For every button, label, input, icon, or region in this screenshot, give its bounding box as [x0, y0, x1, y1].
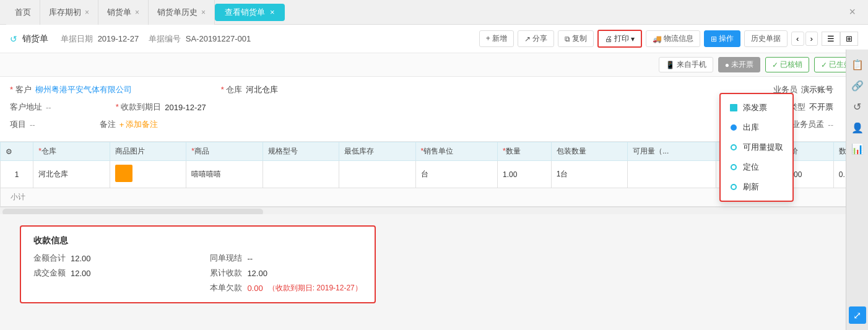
action-bar: 📱 来自手机 ● 未开票 ✓ 已核销 ✓ 已生效	[0, 53, 868, 77]
payment-title: 收款信息	[33, 235, 362, 246]
list-view-button[interactable]: ☰	[822, 32, 840, 46]
close-tab-inventory[interactable]: ×	[85, 8, 89, 17]
close-tab-view[interactable]: ×	[270, 7, 275, 17]
phone-icon: 📱	[666, 61, 675, 69]
refresh-icon	[729, 183, 738, 191]
grid-view-button[interactable]: ⊞	[840, 32, 858, 46]
tab-history[interactable]: 销货单历史 ×	[149, 0, 215, 25]
col-warehouse: *仓库	[33, 142, 110, 161]
note-field: 备注 + 添加备注	[100, 119, 158, 130]
history-button[interactable]: 历史单据	[744, 30, 788, 47]
operate-button[interactable]: ⊞ 操作	[704, 30, 740, 47]
due-date-value: 2019-12-27	[165, 103, 206, 112]
close-tab-sales[interactable]: ×	[135, 8, 139, 17]
sidebar-chart-icon[interactable]: 📊	[849, 140, 866, 157]
from-phone-button[interactable]: 📱 来自手机	[659, 57, 713, 72]
horizontal-scrollbar[interactable]	[0, 207, 868, 214]
tab-view-sales[interactable]: 查看销货单 ×	[215, 4, 285, 21]
settings-icon[interactable]: ⚙	[6, 147, 12, 156]
row-pack-qty: 1台	[551, 161, 627, 188]
doc-title-area: ↺ 销货单	[10, 33, 48, 45]
available-icon	[729, 143, 738, 152]
customer-field: 客户 柳州粤港平安气体有限公司	[10, 84, 132, 95]
checked-button[interactable]: ✓ 已核销	[765, 57, 809, 72]
address-value: --	[46, 103, 51, 112]
share-button[interactable]: ↗ 分享	[518, 30, 554, 47]
scrollbar-track[interactable]	[2, 209, 263, 214]
sidebar-doc-icon[interactable]: 📋	[849, 56, 866, 73]
col-product: *商品	[186, 142, 263, 161]
dropdown-item-refresh[interactable]: 刷新	[721, 177, 792, 197]
col-qty: *数量	[497, 142, 551, 161]
dropdown-item-available[interactable]: 可用量提取	[721, 137, 792, 157]
tab-home[interactable]: 首页	[6, 0, 40, 25]
deal-amount-row: 成交金额 12.00	[33, 267, 185, 279]
total-amount-row: 金额合计 12.00	[33, 253, 185, 264]
dropdown-item-outbound[interactable]: 出库	[721, 118, 792, 137]
next-button[interactable]: ›	[805, 32, 818, 46]
doc-meta: 单据日期 2019-12-27 单据编号 SA-20191227-001	[61, 33, 251, 45]
view-buttons: ☰ ⊞	[822, 32, 858, 46]
staff2-value: --	[828, 120, 833, 129]
payment-section: 收款信息 金额合计 12.00 同单现结 -- 成交金额 12.00	[0, 214, 868, 315]
window-close-button[interactable]: ×	[843, 6, 862, 19]
customer-label: 客户	[10, 84, 32, 95]
due-date-field: 收款到期日 2019-12-27	[116, 102, 206, 113]
warehouse-label: 仓库	[221, 84, 243, 95]
owed-row-spacer	[33, 282, 185, 293]
project-label: 项目	[10, 119, 26, 130]
project-value: --	[30, 120, 35, 129]
meta-no: 单据编号 SA-20191227-001	[149, 33, 251, 45]
address-field: 客户地址 --	[10, 102, 51, 113]
row-qty: 1.00	[497, 161, 551, 188]
check-icon: ✓	[772, 61, 778, 69]
col-min-stock: 最低库存	[339, 142, 415, 161]
sidebar-expand-button[interactable]: ⤢	[849, 306, 866, 324]
same-order-row: 同单现结 --	[210, 253, 362, 264]
toolbar-right: + 新增 ↗ 分享 ⧉ 复制 🖨 打印 ▾ 🚚	[479, 30, 858, 48]
new-button[interactable]: + 新增	[479, 30, 514, 47]
copy-icon: ⧉	[565, 35, 570, 43]
product-image	[115, 165, 132, 182]
row-spec	[263, 161, 339, 188]
sidebar-sync-icon[interactable]: ↺	[849, 98, 866, 115]
print-dropdown-icon: ▾	[631, 35, 635, 43]
ticket-value: 不开票	[809, 102, 833, 113]
share-icon: ↗	[524, 35, 531, 43]
dropdown-item-locate[interactable]: 定位	[721, 157, 792, 177]
prev-button[interactable]: ‹	[791, 32, 804, 46]
not-open-ticket-button[interactable]: ● 未开票	[718, 57, 760, 72]
operation-dropdown: 添发票 出库 可用量提取 定位 刷新	[719, 93, 794, 202]
main-content: ↺ 销货单 单据日期 2019-12-27 单据编号 SA-20191227-0…	[0, 25, 868, 330]
toolbar: ↺ 销货单 单据日期 2019-12-27 单据编号 SA-20191227-0…	[0, 25, 868, 53]
copy-button[interactable]: ⧉ 复制	[558, 30, 594, 47]
add-ticket-icon	[729, 103, 738, 112]
logistics-button[interactable]: 🚚 物流信息	[646, 30, 700, 47]
tab-inventory[interactable]: 库存期初 ×	[40, 0, 98, 25]
payment-box: 收款信息 金额合计 12.00 同单现结 -- 成交金额 12.00	[20, 225, 376, 303]
row-warehouse: 河北仓库	[33, 161, 110, 188]
close-tab-history[interactable]: ×	[201, 8, 206, 17]
plus-icon: +	[119, 120, 124, 129]
doc-icon: ↺	[10, 34, 17, 44]
col-pack-qty: 包装数量	[551, 142, 627, 161]
col-available: 可用量（...	[628, 142, 716, 161]
warehouse-value: 河北仓库	[246, 84, 278, 95]
tab-bar: 首页 库存期初 × 销货单 × 销货单历史 × 查看销货单 × ×	[0, 0, 868, 25]
tab-sales[interactable]: 销货单 ×	[98, 0, 149, 25]
meta-date: 单据日期 2019-12-27	[61, 33, 139, 45]
grid-icon: ⊞	[711, 35, 717, 43]
staff-value: 演示账号	[801, 84, 833, 95]
row-img	[110, 161, 186, 188]
payment-grid: 金额合计 12.00 同单现结 -- 成交金额 12.00 累计收款	[33, 253, 362, 293]
customer-value[interactable]: 柳州粤港平安气体有限公司	[35, 84, 132, 95]
print-button[interactable]: 🖨 打印 ▾	[597, 30, 642, 48]
effective-icon: ✓	[821, 61, 827, 69]
sidebar-link-icon[interactable]: 🔗	[849, 77, 866, 94]
cumulative-row: 累计收款 12.00	[210, 267, 362, 279]
dropdown-item-add-ticket[interactable]: 添发票	[721, 98, 792, 118]
sidebar-user-icon[interactable]: 👤	[849, 119, 866, 136]
add-note-button[interactable]: + 添加备注	[119, 119, 158, 130]
note-label: 备注	[100, 119, 116, 130]
project-field: 项目 --	[10, 119, 35, 130]
